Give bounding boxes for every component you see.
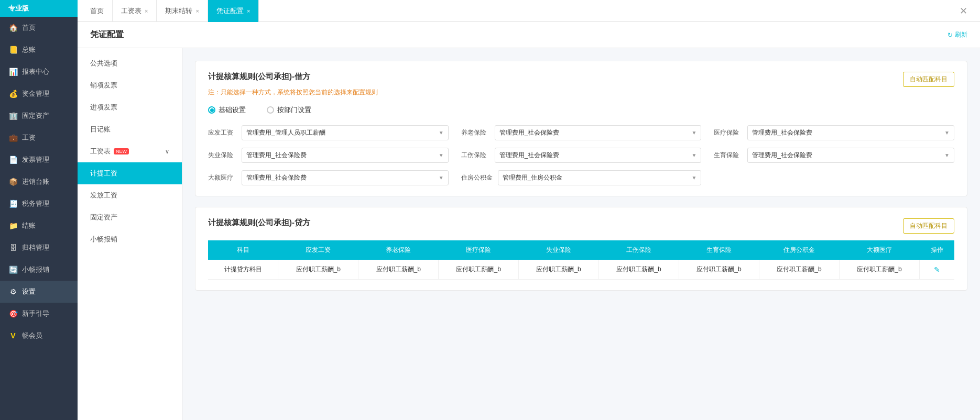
sidebar-item-salary[interactable]: 💼 工资 — [0, 127, 78, 149]
left-nav-journal[interactable]: 日记账 — [78, 118, 182, 140]
guide-icon: 🎯 — [8, 310, 18, 318]
window-close-btn[interactable]: ✕ — [951, 5, 976, 17]
tab-voucher-close-btn[interactable]: × — [247, 8, 250, 14]
select-shiye-arrow: ▼ — [439, 152, 444, 158]
tab-payroll[interactable]: 工资表 × — [113, 0, 157, 22]
section2-title: 计提核算规则(公司承担)-贷方 — [208, 218, 310, 228]
sidebar-label-vip: 畅会员 — [22, 331, 42, 340]
refresh-button[interactable]: ↻ 刷新 — [948, 30, 967, 39]
tab-payroll-close[interactable]: × — [145, 8, 148, 14]
td-zhufang: 应付职工薪酬_b — [759, 260, 839, 280]
select-shiye-text: 管理费用_社会保险费 — [246, 151, 439, 160]
select-daeliao[interactable]: 管理费用_社会保险费 ▼ — [242, 170, 449, 185]
sidebar-item-closing[interactable]: 📁 结账 — [0, 215, 78, 237]
label-shengyu: 生育保险 — [714, 151, 742, 160]
radio-group-debit: 基础设置 按部门设置 — [208, 105, 954, 115]
left-nav-accrued-salary[interactable]: 计提工资 — [78, 162, 182, 184]
select-daeliao-arrow: ▼ — [439, 175, 444, 181]
label-gongshang: 工伤保险 — [461, 151, 489, 160]
page-title: 凭证配置 — [90, 29, 124, 40]
tab-period-closing-label: 期末结转 — [165, 6, 192, 16]
select-yiliao[interactable]: 管理费用_社会保险费 ▼ — [747, 125, 954, 140]
auto-match-credit-btn[interactable]: 自动匹配科目 — [903, 218, 954, 234]
sidebar-item-capital[interactable]: 💰 资金管理 — [0, 83, 78, 105]
closing-icon: 📁 — [8, 222, 18, 230]
sidebar-item-xiaochang[interactable]: 🔄 小畅报销 — [0, 259, 78, 281]
edit-icon[interactable]: ✎ — [934, 266, 940, 274]
tab-bar-close: ✕ — [951, 5, 976, 17]
left-nav-sales-invoice[interactable]: 销项发票 — [78, 74, 182, 96]
form-row-gongshang: 工伤保险 管理费用_社会保险费 ▼ — [461, 148, 702, 163]
sidebar-item-invoice-mgmt[interactable]: 📄 发票管理 — [0, 149, 78, 171]
select-daeliao-text: 管理费用_社会保险费 — [246, 173, 439, 182]
select-yanglao-text: 管理费用_社会保险费 — [499, 128, 692, 137]
select-shengyu[interactable]: 管理费用_社会保险费 ▼ — [747, 148, 954, 163]
table-row: 计提贷方科目 应付职工薪酬_b 应付职工薪酬_b 应付职工薪酬_b 应付职工薪酬… — [208, 260, 954, 280]
tab-voucher-config[interactable]: 凭证配置 × — [208, 0, 259, 22]
left-nav-payroll-table[interactable]: 工资表 NEW ∨ — [78, 140, 182, 162]
left-nav-label-2: 进项发票 — [90, 103, 117, 112]
sidebar-item-vip[interactable]: V 畅会员 — [0, 325, 78, 347]
sidebar-item-general-ledger[interactable]: 📒 总账 — [0, 39, 78, 61]
tab-payroll-label: 工资表 — [121, 6, 141, 16]
fixed-assets-icon: 🏢 — [8, 112, 18, 120]
sidebar-item-archive[interactable]: 🗄 归档管理 — [0, 237, 78, 259]
left-nav-fixed-assets-nav[interactable]: 固定资产 — [78, 206, 182, 228]
sidebar-label-purchase: 进销台账 — [22, 177, 49, 186]
sidebar-item-tax-mgmt[interactable]: 🧾 税务管理 — [0, 193, 78, 215]
left-nav-pay-salary[interactable]: 发放工资 — [78, 184, 182, 206]
label-zhufang: 住房公积金 — [461, 173, 493, 182]
auto-match-debit-btn[interactable]: 自动匹配科目 — [903, 72, 954, 87]
section1-note: 注：只能选择一种方式，系统将按照您当前的选择来配置规则 — [208, 88, 378, 97]
label-shiye: 失业保险 — [208, 151, 236, 160]
label-yingfa: 应发工资 — [208, 128, 236, 137]
form-row-daeliao: 大额医疗 管理费用_社会保险费 ▼ — [208, 170, 449, 185]
select-yanglao[interactable]: 管理费用_社会保险费 ▼ — [495, 125, 702, 140]
table-wrapper-credit: 科目 应发工资 养老保险 医疗保险 失业保险 工伤保险 生育保险 住房公积金 大… — [208, 240, 954, 280]
sidebar-item-home[interactable]: 🏠 首页 — [0, 17, 78, 39]
sidebar-item-settings[interactable]: ⚙ 设置 — [0, 281, 78, 303]
td-action[interactable]: ✎ — [919, 260, 954, 280]
left-nav-purchase-invoice[interactable]: 进项发票 — [78, 96, 182, 118]
select-yingfa-text: 管理费用_管理人员职工薪酬 — [246, 128, 439, 137]
tab-period-closing[interactable]: 期末结转 × — [157, 0, 208, 22]
left-nav-label-7: 固定资产 — [90, 213, 117, 222]
purchase-icon: 📦 — [8, 178, 18, 186]
left-nav-public-options[interactable]: 公共选项 — [78, 52, 182, 74]
tab-period-close-btn[interactable]: × — [195, 8, 199, 14]
th-shengyu: 生育保险 — [679, 240, 759, 260]
select-zhufang-text: 管理费用_住房公积金 — [503, 173, 692, 182]
page-header: 凭证配置 ↻ 刷新 — [78, 22, 980, 48]
left-nav-label-0: 公共选项 — [90, 59, 117, 68]
tax-icon: 🧾 — [8, 200, 18, 208]
radio-dept-circle — [267, 106, 274, 114]
tab-voucher-config-label: 凭证配置 — [216, 6, 244, 16]
select-yingfa[interactable]: 管理费用_管理人员职工薪酬 ▼ — [242, 125, 449, 140]
select-gongshang-text: 管理费用_社会保险费 — [499, 151, 692, 160]
tab-home[interactable]: 首页 — [82, 0, 113, 22]
sidebar-item-guide[interactable]: 🎯 新手引导 — [0, 303, 78, 325]
sidebar-label-xiaochang: 小畅报销 — [22, 265, 49, 274]
select-yingfa-arrow: ▼ — [439, 130, 444, 136]
select-yiliao-text: 管理费用_社会保险费 — [752, 128, 944, 137]
left-nav-expense-report[interactable]: 小畅报销 — [78, 228, 182, 250]
form-row-shengyu: 生育保险 管理费用_社会保险费 ▼ — [714, 148, 954, 163]
sidebar-label-invoice: 发票管理 — [22, 155, 49, 164]
radio-basic-setup[interactable]: 基础设置 — [208, 105, 246, 115]
sidebar-item-purchase-sales[interactable]: 📦 进销台账 — [0, 171, 78, 193]
left-nav-label-3: 日记账 — [90, 125, 111, 134]
select-zhufang[interactable]: 管理费用_住房公积金 ▼ — [498, 170, 702, 185]
form-row-yanglao: 养老保险 管理费用_社会保险费 ▼ — [461, 125, 702, 140]
th-zhufang: 住房公积金 — [759, 240, 839, 260]
label-yiliao: 医疗保险 — [714, 128, 742, 137]
th-subject: 科目 — [208, 240, 278, 260]
td-shiye: 应付职工薪酬_b — [519, 260, 599, 280]
sidebar-item-report-center[interactable]: 📊 报表中心 — [0, 61, 78, 83]
ledger-icon: 📒 — [8, 46, 18, 54]
capital-icon: 💰 — [8, 90, 18, 98]
select-gongshang[interactable]: 管理费用_社会保险费 ▼ — [495, 148, 702, 163]
sidebar-item-fixed-assets[interactable]: 🏢 固定资产 — [0, 105, 78, 127]
select-shiye[interactable]: 管理费用_社会保险费 ▼ — [242, 148, 449, 163]
select-gongshang-arrow: ▼ — [691, 152, 696, 158]
radio-dept-setup[interactable]: 按部门设置 — [267, 105, 311, 115]
